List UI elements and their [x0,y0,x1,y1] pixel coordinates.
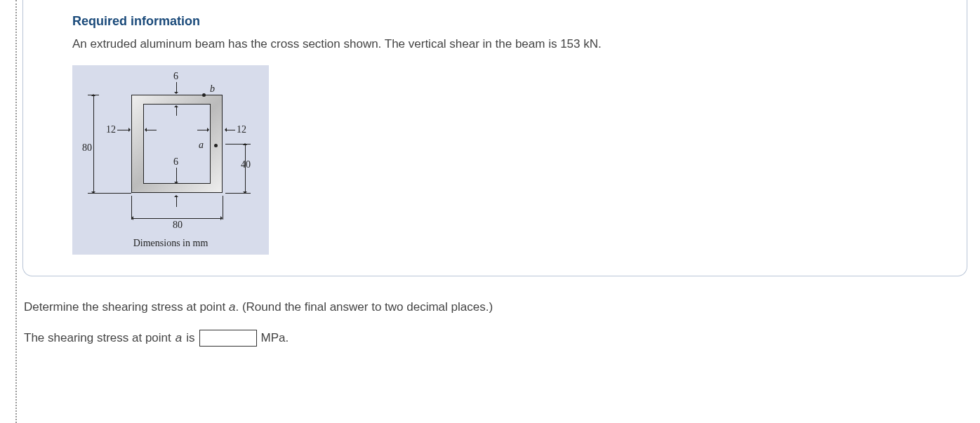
point-a-dot [214,144,218,147]
tick-line [225,193,251,194]
required-info-box: Required information An extruded aluminu… [22,0,967,276]
dim-height-80: 80 [82,142,92,154]
tick-line [225,144,251,145]
arrow-left-icon [225,130,235,130]
prompt-text-before: Determine the shearing stress at point [24,300,229,314]
answer-unit: MPa. [261,331,289,345]
tick-line [88,193,131,194]
answer-text-mid: is [186,331,194,345]
arrow-left-icon [145,130,157,130]
point-b-dot [202,93,206,97]
dotted-margin [15,0,17,423]
dim-40: 40 [241,159,251,170]
label-b: b [210,83,215,95]
arrow-down-icon [176,168,177,183]
answer-row: The shearing stress at point a is MPa. [18,330,967,347]
arrow-up-icon [176,106,177,116]
answer-point: a [176,331,182,345]
dim-left-12: 12 [106,124,116,135]
arrow-right-icon [197,130,208,130]
dim-inner-6: 6 [173,156,178,168]
answer-input[interactable] [199,330,257,347]
prompt-text-after: . (Round the final answer to two decimal… [235,300,493,314]
arrow-both-v-icon [245,144,246,193]
arrow-right-icon [117,130,130,130]
required-title: Required information [72,14,947,29]
dim-right-12: 12 [237,124,246,135]
page-frame: Required information An extruded aluminu… [0,0,980,423]
dim-width-80: 80 [173,220,183,231]
arrow-up-icon [176,196,177,207]
arrow-both-h-icon [132,218,222,219]
answer-text-before: The shearing stress at point [24,331,171,345]
tick-line [223,196,223,220]
diagram-caption: Dimensions in mm [72,238,269,249]
label-a: a [199,140,204,151]
required-text: An extruded aluminum beam has the cross … [72,37,947,51]
dim-top-6: 6 [173,71,178,82]
question-prompt: Determine the shearing stress at point a… [18,300,967,314]
arrow-both-v-icon [93,95,94,193]
cross-section-diagram: 6 b 80 12 12 a 6 [72,65,269,255]
arrow-down-icon [176,82,177,93]
tick-line [88,95,99,95]
